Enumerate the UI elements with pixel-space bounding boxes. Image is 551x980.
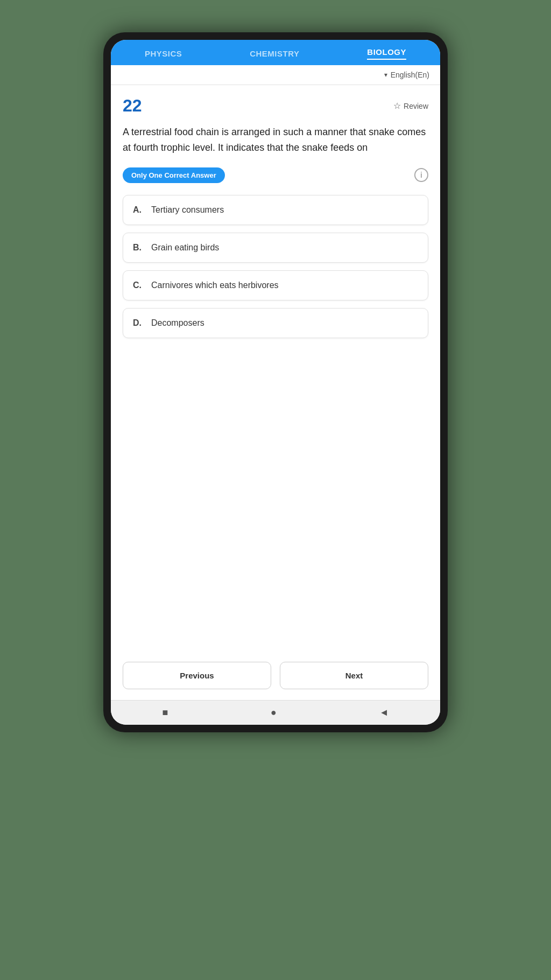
question-text: A terrestrial food chain is arranged in … — [123, 124, 428, 156]
previous-button[interactable]: Previous — [123, 662, 271, 689]
review-label: Review — [404, 102, 428, 110]
review-button[interactable]: ☆ Review — [393, 101, 428, 111]
option-a[interactable]: A. Tertiary consumers — [123, 195, 428, 225]
option-c[interactable]: C. Carnivores which eats herbivores — [123, 270, 428, 300]
option-d-text: Decomposers — [151, 318, 204, 328]
system-bar: ■ ● ◄ — [111, 700, 440, 725]
nav-tab-chemistry[interactable]: CHEMISTRY — [250, 49, 299, 58]
option-b-text: Grain eating birds — [151, 243, 219, 253]
system-square-icon[interactable]: ■ — [162, 707, 168, 718]
language-bar: ▾ English(En) — [111, 65, 440, 85]
phone-frame: PHYSICS CHEMISTRY BIOLOGY ▾ English(En) … — [103, 32, 448, 732]
phone-screen: PHYSICS CHEMISTRY BIOLOGY ▾ English(En) … — [111, 40, 440, 725]
system-back-icon[interactable]: ◄ — [379, 707, 389, 718]
answer-badge-row: Only One Correct Answer i — [123, 167, 428, 183]
option-b[interactable]: B. Grain eating birds — [123, 233, 428, 263]
answer-type-badge: Only One Correct Answer — [123, 167, 225, 183]
language-selector[interactable]: ▾ English(En) — [384, 71, 429, 79]
language-label: English(En) — [391, 71, 429, 79]
info-icon[interactable]: i — [414, 168, 428, 182]
option-a-text: Tertiary consumers — [151, 205, 224, 215]
star-icon: ☆ — [393, 101, 401, 111]
option-a-letter: A. — [133, 205, 144, 215]
option-c-text: Carnivores which eats herbivores — [151, 281, 279, 290]
content-area: 22 ☆ Review A terrestrial food chain is … — [111, 85, 440, 700]
option-d[interactable]: D. Decomposers — [123, 308, 428, 338]
option-b-letter: B. — [133, 243, 144, 253]
question-header: 22 ☆ Review — [123, 96, 428, 116]
navigation-buttons: Previous Next — [123, 656, 428, 689]
system-home-icon[interactable]: ● — [271, 707, 277, 718]
chevron-down-icon: ▾ — [384, 71, 387, 79]
nav-tab-biology[interactable]: BIOLOGY — [367, 47, 406, 60]
option-d-letter: D. — [133, 318, 144, 328]
question-number: 22 — [123, 96, 142, 116]
option-c-letter: C. — [133, 281, 144, 290]
options-list: A. Tertiary consumers B. Grain eating bi… — [123, 195, 428, 338]
next-button[interactable]: Next — [280, 662, 428, 689]
nav-tab-physics[interactable]: PHYSICS — [145, 49, 182, 58]
top-nav: PHYSICS CHEMISTRY BIOLOGY — [111, 40, 440, 65]
